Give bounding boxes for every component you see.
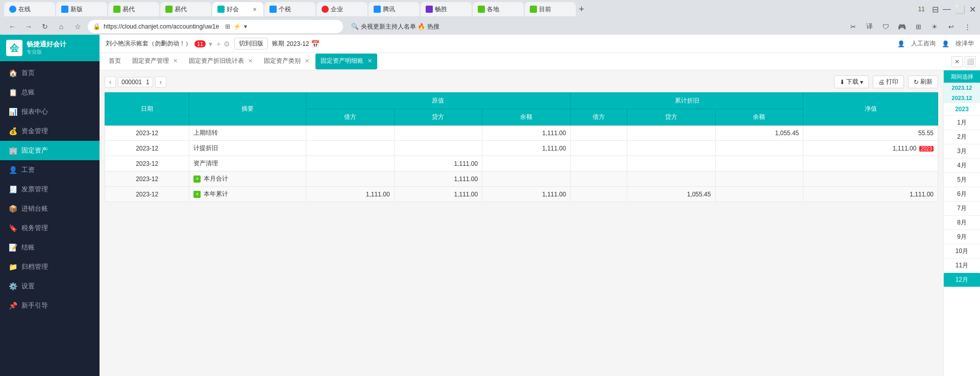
reload-button[interactable]: ↻ — [39, 20, 51, 33]
page-tab-home[interactable]: 首页 — [104, 54, 126, 69]
tax-icon: 🔖 — [8, 223, 17, 233]
close-depreciation-stats-tab[interactable]: ✕ — [248, 58, 253, 64]
window-menu-btn[interactable]: ⊟ — [932, 5, 939, 14]
sidebar-item-closing[interactable]: 📝 结账 — [0, 238, 100, 257]
prev-page-btn[interactable]: ‹ — [105, 77, 116, 88]
browser-tab-tengxun[interactable]: 腾讯 — [369, 2, 420, 16]
ledger-nav: ‹ 000001 1 › ⬇ 下载 ▾ — [105, 76, 938, 88]
logo-symbol: 会 — [10, 42, 19, 54]
account-add-btn[interactable]: + — [216, 40, 220, 48]
row2-net: 1,111.00 2023 — [803, 141, 938, 156]
account-dropdown-btn[interactable]: ▾ — [209, 40, 212, 48]
period-month-11[interactable]: 11月 — [944, 259, 980, 273]
browser-tab-geshui[interactable]: 个税 — [264, 2, 315, 16]
download-btn[interactable]: ⬇ 下载 ▾ — [834, 76, 869, 88]
close-fixed-assets-mgmt-tab[interactable]: ✕ — [173, 58, 178, 64]
sidebar-item-reports[interactable]: 📊 报表中心 — [0, 102, 100, 121]
row3-accum-credit — [627, 156, 715, 171]
sidebar-item-fund[interactable]: 💰 资金管理 — [0, 121, 100, 141]
back-button[interactable]: ← — [6, 20, 18, 33]
sidebar-item-inventory[interactable]: 📦 进销台账 — [0, 199, 100, 218]
shield-btn[interactable]: 🛡 — [879, 20, 892, 33]
switch-version-btn[interactable]: 切到旧版 — [234, 38, 268, 49]
browser-tab-qiye[interactable]: 企业 — [316, 2, 368, 16]
next-page-btn[interactable]: › — [155, 77, 166, 88]
print-btn[interactable]: 🖨 打印 — [873, 76, 904, 88]
account-settings-btn[interactable]: ⚙ — [224, 40, 230, 48]
window-close-btn[interactable]: ✕ — [969, 5, 976, 14]
period-month-2[interactable]: 2月 — [944, 130, 980, 144]
sidebar-item-payroll[interactable]: 👤 工资 — [0, 160, 100, 180]
browser-tab-gedi[interactable]: 各地 — [473, 2, 524, 16]
window-minimize-btn[interactable]: — — [943, 5, 951, 14]
page-tab-asset-detail[interactable]: 固定资产明细账 ✕ — [315, 54, 377, 69]
tab-favicon-changsheng — [426, 6, 433, 13]
browser-tab-yidai2[interactable]: 易代 — [160, 2, 211, 16]
fixed-assets-label: 固定资产 — [21, 146, 48, 155]
close-tab-haohui[interactable]: ✕ — [251, 6, 258, 13]
period-month-5[interactable]: 5月 — [944, 173, 980, 187]
sidebar-item-settings[interactable]: ⚙️ 设置 — [0, 277, 100, 296]
browser-tab-changsheng[interactable]: 畅胜 — [421, 2, 472, 16]
period-month-6[interactable]: 6月 — [944, 187, 980, 202]
sidebar-item-general-ledger[interactable]: 📋 总账 — [0, 83, 100, 102]
maximize-tab-btn[interactable]: ⬜ — [965, 56, 976, 67]
consult-label[interactable]: 人工咨询 — [911, 39, 936, 48]
period-month-10[interactable]: 10月 — [944, 244, 980, 259]
period-month-3[interactable]: 3月 — [944, 144, 980, 159]
page-tab-fixed-assets-mgmt[interactable]: 固定资产管理 ✕ — [127, 54, 183, 69]
bookmark-button[interactable]: ☆ — [71, 20, 84, 33]
general-ledger-label: 总账 — [21, 88, 35, 97]
browser-tab-online[interactable]: 在线 — [4, 2, 55, 16]
tab-label-tengxun: 腾讯 — [383, 5, 395, 14]
calendar-icon[interactable]: 📅 — [311, 40, 320, 48]
browser-tab-yidai1[interactable]: 易代 — [108, 2, 159, 16]
scissors-btn[interactable]: ✂ — [846, 20, 860, 33]
page-tab-depreciation-stats[interactable]: 固定资产折旧统计表 ✕ — [184, 54, 258, 69]
period-month-12[interactable]: 12月 — [944, 273, 980, 287]
tab-favicon-yidai1 — [113, 6, 120, 13]
sidebar-item-guide[interactable]: 📌 新手引导 — [0, 296, 100, 315]
new-tab-button[interactable]: + — [579, 4, 584, 15]
brightness-btn[interactable]: ☀ — [928, 20, 941, 33]
undo-btn[interactable]: ↩ — [944, 20, 958, 33]
qr-icon[interactable]: ⊞ — [225, 23, 230, 30]
game-btn[interactable]: 🎮 — [895, 20, 909, 33]
sidebar-item-archive[interactable]: 📁 归档管理 — [0, 257, 100, 277]
close-tab-btn[interactable]: ✕ — [951, 56, 963, 67]
close-asset-detail-tab[interactable]: ✕ — [368, 58, 372, 64]
sidebar-item-tax[interactable]: 🔖 税务管理 — [0, 218, 100, 238]
window-maximize-btn[interactable]: ⬜ — [955, 5, 965, 14]
sidebar-item-invoice[interactable]: 🧾 发票管理 — [0, 180, 100, 199]
more-btn[interactable]: ⋮ — [961, 20, 974, 33]
period-month-9[interactable]: 9月 — [944, 230, 980, 244]
lightning-icon[interactable]: ⚡ — [233, 23, 241, 30]
url-expand-btn[interactable]: ▾ — [244, 23, 247, 30]
period-month-4[interactable]: 4月 — [944, 159, 980, 173]
period-month-1[interactable]: 1月 — [944, 116, 980, 130]
period-selected-end: 2023.12 — [944, 93, 980, 103]
closing-icon: 📝 — [8, 243, 17, 252]
browser-tab-haohui[interactable]: 好会 ✕ — [212, 2, 263, 16]
browser-tab-new[interactable]: 新版 — [56, 2, 107, 16]
layout-btn[interactable]: ⊞ — [912, 20, 925, 33]
period-month-8[interactable]: 8月 — [944, 216, 980, 230]
page-tab-nav: 首页 固定资产管理 ✕ 固定资产折旧统计表 ✕ 固定资产类别 ✕ 固定资产明细账… — [100, 53, 980, 70]
row1-orig-debit — [306, 126, 394, 141]
sidebar-item-fixed-assets[interactable]: 🏢 固定资产 — [0, 141, 100, 160]
browser-tab-muqian[interactable]: 目前 — [525, 2, 576, 16]
refresh-btn[interactable]: ↻ 刷新 — [908, 76, 938, 88]
tab-label-yidai2: 易代 — [175, 5, 187, 14]
url-bar[interactable]: 🔒 https://cloud.chanjet.com/accounting/u… — [88, 20, 343, 33]
sidebar-item-home[interactable]: 🏠 首页 — [0, 63, 100, 83]
page-tab-asset-category[interactable]: 固定资产类别 ✕ — [259, 54, 314, 69]
row3-orig-debit — [306, 156, 394, 171]
tab-favicon-muqian — [530, 6, 537, 13]
close-asset-category-tab[interactable]: ✕ — [305, 58, 309, 64]
tab-label-muqian: 目前 — [539, 5, 551, 14]
fund-icon: 💰 — [8, 127, 17, 136]
forward-button[interactable]: → — [22, 20, 35, 33]
translate-btn[interactable]: 译 — [863, 20, 876, 33]
home-button[interactable]: ⌂ — [55, 20, 67, 33]
period-month-7[interactable]: 7月 — [944, 202, 980, 216]
